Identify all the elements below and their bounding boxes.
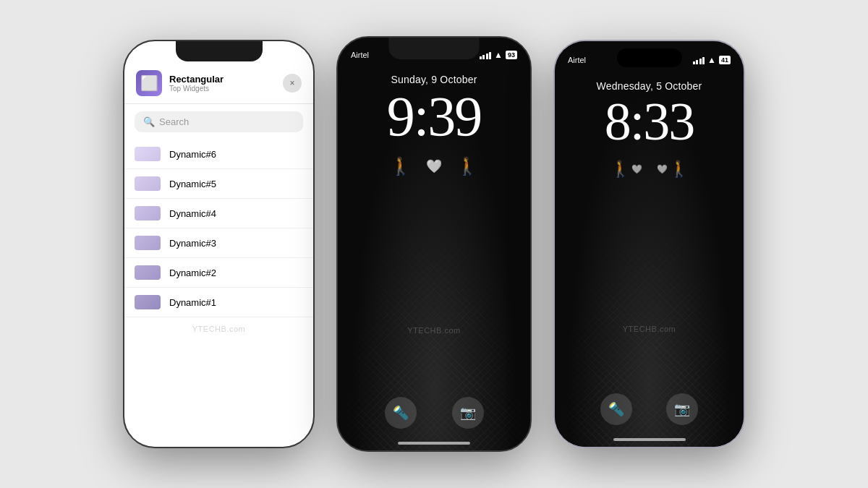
widget-header-left: ⬜ Rectangular Top Widgets <box>136 70 224 96</box>
watermark-1: YTECHB.com <box>192 325 245 333</box>
widget-title-block: Rectangular Top Widgets <box>169 74 224 93</box>
close-button[interactable]: × <box>283 74 302 93</box>
widget-item-name: Dynamic#3 <box>169 238 216 249</box>
app-subtitle: Top Widgets <box>169 85 224 93</box>
phones-container: ⬜ Rectangular Top Widgets × 🔍 Search Dyn… <box>123 36 745 452</box>
lock-bottom-3: 🔦 📷 <box>555 393 744 425</box>
phone-1: ⬜ Rectangular Top Widgets × 🔍 Search Dyn… <box>123 40 315 448</box>
flashlight-btn-2[interactable]: 🔦 <box>385 397 417 429</box>
list-item[interactable]: Dynamic#2 <box>124 258 313 288</box>
lock-content-2: Sunday, 9 October 9:39 🚶 🤍 🚶 <box>338 65 530 176</box>
home-indicator-3 <box>613 438 686 441</box>
lock-widgets-3: 🚶 🤍 🤍 🚶 <box>596 160 703 179</box>
signal-bars-2 <box>480 51 492 59</box>
notch-1 <box>176 41 263 61</box>
carrier-3: Airtel <box>568 56 586 64</box>
status-icons-3: ▲ 41 <box>693 55 731 65</box>
arrow-left-3: 🤍 <box>631 164 642 174</box>
stickman-right-3: 🚶 <box>669 160 689 179</box>
camera-icon-3: 📷 <box>674 401 690 417</box>
flashlight-btn-3[interactable]: 🔦 <box>600 393 632 425</box>
signal-bar <box>480 56 482 59</box>
widget-list: Dynamic#6 Dynamic#5 Dynamic#4 Dynamic#3 … <box>124 140 313 447</box>
signal-bar <box>693 61 695 64</box>
camera-btn-3[interactable]: 📷 <box>666 393 698 425</box>
phone-3: Airtel ▲ 41 Wednesday, 5 October 8:33 <box>553 40 745 448</box>
wifi-icon-2: ▲ <box>494 50 503 60</box>
widget-item-name: Dynamic#2 <box>169 267 216 278</box>
lock-content-3: Wednesday, 5 October 8:33 🚶 🤍 🤍 🚶 <box>555 69 744 179</box>
camera-btn-2[interactable]: 📷 <box>452 397 484 429</box>
app-icon: ⬜ <box>136 70 162 96</box>
stickmen-left-3: 🚶 🤍 <box>610 160 642 179</box>
signal-bar <box>702 57 705 64</box>
flashlight-icon-3: 🔦 <box>608 401 624 417</box>
widget-screen: ⬜ Rectangular Top Widgets × 🔍 Search Dyn… <box>124 41 313 447</box>
signal-bar <box>696 60 698 64</box>
list-item[interactable]: Dynamic#5 <box>124 169 313 199</box>
list-item[interactable]: Dynamic#1 <box>124 288 313 317</box>
wifi-icon-3: ▲ <box>707 55 716 65</box>
signal-bar <box>489 52 491 59</box>
carrier-2: Airtel <box>351 51 369 59</box>
lock-bottom-2: 🔦 📷 <box>338 397 530 429</box>
widget-thumb <box>135 206 161 221</box>
list-item[interactable]: Dynamic#6 <box>124 140 313 169</box>
widget-thumb <box>135 265 161 280</box>
battery-3: 41 <box>719 56 731 64</box>
signal-bars-3 <box>693 56 705 64</box>
lock-time-3: 8:33 <box>605 95 694 148</box>
widget-thumb <box>135 147 161 161</box>
search-icon: 🔍 <box>143 116 155 127</box>
widget-thumb <box>135 236 161 250</box>
widget-item-name: Dynamic#6 <box>169 149 216 160</box>
signal-bar <box>486 53 488 59</box>
watermark-2: YTECHB.com <box>407 326 460 335</box>
lock-screen-2: Airtel ▲ 93 Sunday, 9 October 9:39 🚶 <box>338 38 530 450</box>
search-placeholder: Search <box>159 116 189 127</box>
home-indicator-2 <box>398 442 470 445</box>
stickman-left-2: 🚶 <box>390 156 412 176</box>
search-bar[interactable]: 🔍 Search <box>135 111 303 132</box>
lock-screen-3: Airtel ▲ 41 Wednesday, 5 October 8:33 <box>555 41 744 447</box>
widget-thumb <box>135 295 161 309</box>
signal-bar <box>699 59 702 64</box>
list-item[interactable]: Dynamic#4 <box>124 199 313 228</box>
lock-date-3: Wednesday, 5 October <box>597 80 702 92</box>
widget-item-name: Dynamic#4 <box>169 208 216 219</box>
camera-icon-2: 📷 <box>460 405 476 421</box>
lock-date-2: Sunday, 9 October <box>391 74 477 85</box>
widget-item-name: Dynamic#1 <box>169 297 216 308</box>
dynamic-island-3 <box>617 48 682 67</box>
phone-2: Airtel ▲ 93 Sunday, 9 October 9:39 🚶 <box>336 36 532 452</box>
stickmen-right-3: 🤍 🚶 <box>657 160 689 179</box>
stickman-right-2: 🚶 <box>456 156 478 176</box>
widget-thumb <box>135 176 161 191</box>
battery-2: 93 <box>506 51 517 59</box>
list-item[interactable]: Dynamic#3 <box>124 228 313 258</box>
heart-widget-2: 🤍 <box>426 158 442 174</box>
app-name: Rectangular <box>169 74 224 85</box>
widget-item-name: Dynamic#5 <box>169 179 216 189</box>
notch-2 <box>389 38 480 59</box>
stickman-left-3: 🚶 <box>610 160 630 179</box>
lock-widgets-2: 🚶 🤍 🚶 <box>375 156 493 176</box>
flashlight-icon-2: 🔦 <box>393 405 409 421</box>
watermark-3: YTECHB.com <box>623 325 676 333</box>
status-icons-2: ▲ 93 <box>480 50 517 60</box>
signal-bar <box>482 55 485 59</box>
lock-time-2: 9:39 <box>387 88 482 145</box>
arrow-right-3: 🤍 <box>657 164 668 174</box>
